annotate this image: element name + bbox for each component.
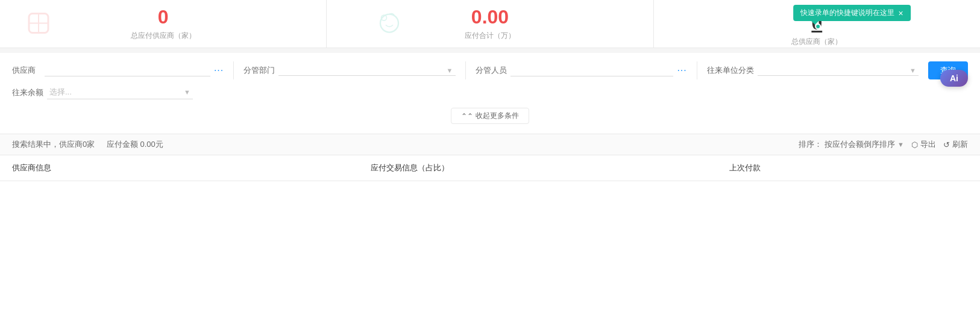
filter-person: 分管人员 ··· [476,64,687,76]
department-select-arrow-icon: ▼ [447,67,453,74]
refresh-icon: ↺ [943,140,950,149]
person-more-button[interactable]: ··· [677,65,686,76]
ai-button[interactable]: Ai [940,70,968,87]
unit-category-arrow-icon: ▼ [909,67,916,74]
divider-3 [697,61,697,79]
sort-label: 排序： [799,139,822,150]
collapse-up-icon: ⌃⌃ [461,112,473,120]
tooltip-dot [815,23,821,29]
stat-payable-total: 0.00 应付合计（万） [327,0,653,48]
results-bar-right: 排序： 按应付会额倒序排序 ▼ ⬡ 导出 ↺ 刷新 [799,139,968,150]
supplier-more-button[interactable]: ··· [214,65,224,76]
department-select[interactable]: ▼ [278,66,455,76]
col-header-payable-info: 应付交易信息（占比） [371,163,729,173]
balance-label: 往来余额 [12,87,43,98]
divider-1 [233,61,234,79]
tooltip-close-button[interactable]: × [898,9,903,17]
collapse-row: ⌃⌃ 收起更多条件 [12,105,968,129]
refresh-button[interactable]: ↺ 刷新 [943,139,968,150]
export-label: 导出 [920,139,936,150]
stat-label-payable-suppliers: 总应付供应商（家） [131,31,196,41]
diamond-icon [24,8,53,39]
stat-label-payable-total: 应付合计（万） [465,31,515,41]
table-header: 供应商信息 应付交易信息（占比） 上次付款 [0,155,980,181]
col-header-supplier-info: 供应商信息 [12,163,371,173]
unit-category-select[interactable]: ▼ [758,66,919,76]
balance-select-text: 选择... [49,87,184,98]
supplier-input[interactable] [45,64,210,76]
divider-2 [465,61,466,79]
department-label: 分管部门 [243,65,275,76]
piggy-icon [375,8,404,39]
stat-label-total-suppliers: 总供应商（家） [791,37,842,47]
results-amount: 应付金额 0.00元 [107,140,163,149]
balance-arrow-icon: ▼ [184,88,190,96]
tooltip-bubble: 快速录单的快捷键说明在这里 × [793,5,910,21]
refresh-label: 刷新 [952,139,968,150]
stat-number-payable-suppliers: 0 [131,7,196,28]
person-input[interactable] [510,64,674,76]
filter-area: 供应商 ··· 分管部门 ▼ 分管人员 ··· 往来单位分类 ▼ [0,53,980,134]
results-summary: 搜索结果中，供应商0家 应付金额 0.00元 [12,139,163,150]
filter-row-1: 供应商 ··· 分管部门 ▼ 分管人员 ··· 往来单位分类 ▼ [12,61,968,79]
collapse-label: 收起更多条件 [476,111,519,121]
stat-total-payable-suppliers: 0 总应付供应商（家） [0,0,327,48]
filter-department: 分管部门 ▼ [243,65,455,76]
balance-select[interactable]: 选择... ▼ [47,85,193,99]
person-label: 分管人员 [476,65,507,76]
tooltip-text: 快速录单的快捷键说明在这里 [800,8,894,18]
sort-value: 按应付会额倒序排序 [825,139,895,150]
col-header-last-payment: 上次付款 [729,163,969,173]
stat-number-payable-total: 0.00 [465,7,515,28]
filter-unit-category: 往来单位分类 ▼ [707,65,919,76]
sort-arrow-icon: ▼ [897,141,904,148]
filter-supplier: 供应商 ··· [12,64,224,76]
unit-category-label: 往来单位分类 [707,65,754,76]
collapse-button[interactable]: ⌃⌃ 收起更多条件 [451,108,529,124]
table-body [0,181,980,310]
filter-row-2: 往来余额 选择... ▼ [12,85,968,99]
supplier-label: 供应商 [12,65,41,76]
stats-bar: 0 总应付供应商（家） 0.00 应付合计（万） 快速录单的快捷键说明在这里 ×… [0,0,980,48]
filter-balance: 往来余额 选择... ▼ [12,85,193,99]
results-bar: 搜索结果中，供应商0家 应付金额 0.00元 排序： 按应付会额倒序排序 ▼ ⬡… [0,134,980,155]
results-supplier-count: 搜索结果中，供应商0家 [12,140,95,149]
export-icon: ⬡ [911,140,918,149]
svg-point-3 [380,14,398,32]
sort-select[interactable]: 排序： 按应付会额倒序排序 ▼ [799,139,904,150]
export-button[interactable]: ⬡ 导出 [911,139,936,150]
stat-total-suppliers: 快速录单的快捷键说明在这里 × 0 总供应商（家） [654,0,980,48]
